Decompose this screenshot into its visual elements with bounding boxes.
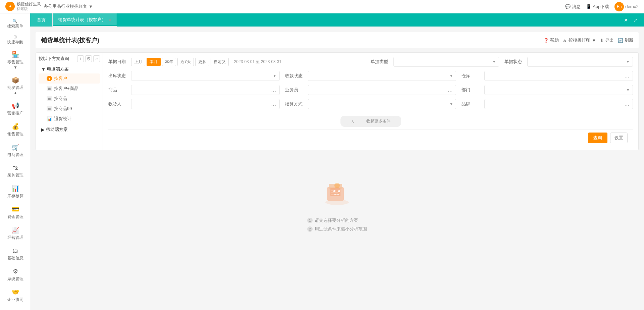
filter-goods: 商品 … xyxy=(108,85,280,95)
order-status-input[interactable]: ▼ xyxy=(527,57,633,67)
settings-scheme-button[interactable]: ⚙ xyxy=(85,55,92,62)
sidebar-item-marketing[interactable]: 📢 营销推广 xyxy=(0,99,30,119)
chevron-up-icon: ▲ xyxy=(13,91,17,95)
page-header: 销货单统计表(按客户) ❓ 帮助 🖨 按模板打印 ▼ ⬇ 导出 xyxy=(36,32,639,48)
department-chevron-icon: ▼ xyxy=(626,88,630,92)
sidebar-item-ecommerce[interactable]: 🛒 电商管理 xyxy=(0,140,30,161)
empty-illustration xyxy=(317,170,357,211)
scheme-item-return[interactable]: 📊 退货统计 xyxy=(39,114,100,124)
marketing-icon: 📢 xyxy=(12,102,19,109)
department-label: 部门 xyxy=(462,87,482,93)
collection-status-label: 收款状态 xyxy=(285,73,305,79)
topbar-left: ✦ 畅捷信好生意 标账版 办公用品行业模拟账套 ▼ xyxy=(5,2,93,11)
tip-num-2: 2 xyxy=(307,226,313,232)
collapse-scheme-button[interactable]: « xyxy=(93,55,100,62)
tab-close-button[interactable]: × xyxy=(109,17,111,22)
scheme-item-goods[interactable]: ⊞ 按商品 xyxy=(39,94,100,104)
order-type-label: 单据类型 xyxy=(371,59,391,65)
date-btn-this-year[interactable]: 本年 xyxy=(162,58,176,66)
order-status-chevron-icon: ▼ xyxy=(626,59,630,64)
sidebar-item-newbie[interactable]: 🌟 新手引导 xyxy=(0,306,30,310)
filter-department: 部门 ▼ xyxy=(462,85,633,95)
sidebar-item-basic[interactable]: 🗂 基础信息 xyxy=(0,244,30,264)
settings-button[interactable]: 设置 xyxy=(610,133,628,143)
salesperson-label: 业务员 xyxy=(285,87,305,93)
sidebar-item-sales[interactable]: 💰 销售管理 xyxy=(0,119,30,140)
receiver-input[interactable]: … xyxy=(131,99,280,109)
empty-state: 1 请先选择要分析的方案 2 用过滤条件来缩小分析范围 xyxy=(36,150,639,255)
inventory-icon: 📊 xyxy=(12,185,19,192)
filter-row-4: 收货人 … 结算方式 ▼ xyxy=(108,99,633,109)
sidebar-item-operations[interactable]: 📈 经营管理 xyxy=(0,223,30,244)
sidebar-item-coop[interactable]: 🤝 企业协同 xyxy=(0,285,30,306)
svg-point-9 xyxy=(338,190,340,192)
sidebar-item-quicknav[interactable]: ⊞ 快捷导航 xyxy=(0,32,30,48)
collection-status-input[interactable]: ▼ xyxy=(308,71,457,81)
chevron-down-icon: ▼ xyxy=(89,4,93,9)
sidebar-item-purchase[interactable]: 🛍 采购管理 xyxy=(0,161,30,182)
salesperson-input[interactable]: … xyxy=(308,85,457,95)
settlement-chevron-icon: ▼ xyxy=(449,102,453,106)
maximize-window-button[interactable]: ⤢ xyxy=(632,17,639,23)
sidebar-item-system[interactable]: ⚙ 系统管理 xyxy=(0,264,30,285)
nav-icon: ⊞ xyxy=(13,35,17,39)
scheme-item-customer-goods[interactable]: ⊞ 按客户+商品 xyxy=(39,84,100,94)
close-window-button[interactable]: ✕ xyxy=(623,17,629,23)
print-button[interactable]: 🖨 按模板打印 ▼ xyxy=(563,37,596,43)
collection-status-chevron-icon: ▼ xyxy=(449,73,453,78)
help-button[interactable]: ❓ 帮助 xyxy=(543,37,559,43)
operations-icon: 📈 xyxy=(12,226,19,234)
sidebar-item-search[interactable]: 🔍 搜索菜单 xyxy=(0,16,30,32)
industry-selector[interactable]: 办公用品行业模拟账套 ▼ xyxy=(44,3,93,9)
date-btn-custom[interactable]: 自定义 xyxy=(211,58,229,66)
user-menu[interactable]: Ea demo2 xyxy=(614,2,639,11)
sidebar-item-inventory[interactable]: 📊 库存核算 xyxy=(0,182,30,202)
out-status-input[interactable]: ▼ xyxy=(131,71,280,81)
add-scheme-button[interactable]: + xyxy=(77,55,84,62)
scheme-item-customer[interactable]: ● 按客户 xyxy=(39,73,100,84)
department-input[interactable]: ▼ xyxy=(484,85,633,95)
settlement-input[interactable]: ▼ xyxy=(308,99,457,109)
goods-dots-icon: … xyxy=(271,87,277,93)
filter-settlement: 结算方式 ▼ xyxy=(285,99,457,109)
app-download-button[interactable]: 📱 App下载 xyxy=(586,4,609,10)
tab-active[interactable]: 销货单统计表（按客户） × xyxy=(53,13,117,27)
filter-brand: 品牌 … xyxy=(462,99,633,109)
topbar: ✦ 畅捷信好生意 标账版 办公用品行业模拟账套 ▼ 💬 消息 📱 App下载 E… xyxy=(0,0,644,13)
date-label: 单据日期 xyxy=(108,59,128,65)
warehouse-dots-icon: … xyxy=(624,73,630,79)
collapse-bar[interactable]: ∧ 收起更多条件 xyxy=(108,113,633,130)
receiver-dots-icon: … xyxy=(271,101,277,107)
scheme-item-goods99[interactable]: ⊞ 按商品99 xyxy=(39,104,100,114)
chevron-icon: ▼ xyxy=(13,65,17,70)
sidebar-item-wholesale[interactable]: 📦 批发管理 ▲ xyxy=(0,73,30,99)
finance-icon: 💳 xyxy=(12,206,19,213)
tab-bar-right: ✕ ⤢ xyxy=(623,17,644,23)
date-btn-last-month[interactable]: 上月 xyxy=(131,58,145,66)
date-btn-this-month[interactable]: 本月 xyxy=(147,58,161,66)
tab-home[interactable]: 首页 xyxy=(30,13,53,27)
pc-group-title[interactable]: ▼ 电脑端方案 xyxy=(39,65,100,73)
help-icon: ❓ xyxy=(543,38,549,43)
sidebar-item-retail[interactable]: 🏪 零售管理 ▼ xyxy=(0,48,30,73)
order-type-input[interactable]: ▼ xyxy=(393,57,499,67)
date-btn-more[interactable]: 更多 xyxy=(195,58,209,66)
date-range-text: 2023-03-01 至 2023-03-31 xyxy=(234,59,281,65)
date-quick-buttons: 上月 本月 本年 近7天 更多 自定义 xyxy=(131,58,229,66)
mobile-scheme-group: ▶ 移动端方案 xyxy=(39,125,100,134)
message-button[interactable]: 💬 消息 xyxy=(565,4,581,10)
sidebar-item-finance[interactable]: 💳 资金管理 xyxy=(0,202,30,223)
warehouse-input[interactable]: … xyxy=(484,71,633,81)
brand-input[interactable]: … xyxy=(484,99,633,109)
date-btn-7days[interactable]: 近7天 xyxy=(177,58,194,66)
tip-num-1: 1 xyxy=(307,218,313,223)
mobile-group-title[interactable]: ▶ 移动端方案 xyxy=(39,125,100,134)
export-button[interactable]: ⬇ 导出 xyxy=(600,37,614,43)
print-chevron-icon: ▼ xyxy=(592,38,596,43)
query-button[interactable]: 查询 xyxy=(588,133,607,143)
order-type-chevron-icon: ▼ xyxy=(492,59,496,64)
refresh-button[interactable]: 🔄 刷新 xyxy=(618,37,633,43)
customer-scheme-icon: ● xyxy=(47,76,52,81)
phone-icon: 📱 xyxy=(586,4,591,9)
goods-input[interactable]: … xyxy=(131,85,280,95)
